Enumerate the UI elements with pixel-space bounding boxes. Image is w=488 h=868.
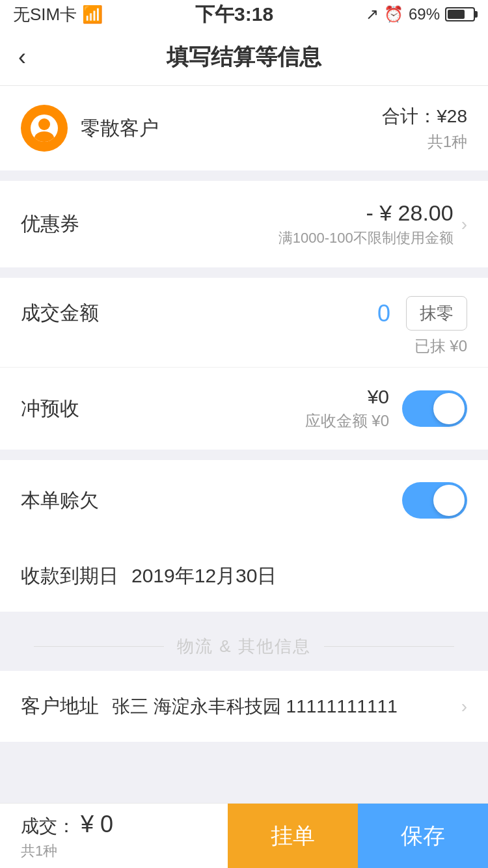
debt-section: 本单赊欠 收款到期日 2019年12月30日 — [0, 460, 488, 612]
bottom-summary: 成交： ¥ 0 共1种 — [0, 811, 228, 861]
save-button[interactable]: 保存 — [358, 804, 488, 869]
due-date-label: 收款到期日 — [21, 563, 118, 590]
divider-line-right — [324, 646, 454, 647]
bottom-deal-label: 成交： — [21, 814, 75, 839]
alarm-icon: ⏰ — [384, 5, 403, 23]
logistics-line: 物流 & 其他信息 — [0, 635, 488, 658]
battery-text: 69% — [409, 5, 440, 23]
address-row[interactable]: 客户地址 张三 海淀永丰科技园 11111111111 › — [0, 671, 488, 742]
debt-toggle-knob — [433, 485, 465, 516]
wifi-icon: 📶 — [82, 5, 103, 25]
back-button[interactable]: ‹ — [18, 44, 26, 71]
status-left: 无SIM卡 📶 — [13, 3, 103, 26]
deal-subtext: 已抹 ¥0 — [21, 336, 467, 357]
prepay-row: 冲预收 ¥0 应收金额 ¥0 — [0, 368, 488, 450]
total-count: 共1种 — [382, 131, 467, 152]
deal-prepay-section: 成交金额 抹零 已抹 ¥0 冲预收 ¥0 应收金额 ¥0 — [0, 278, 488, 450]
address-chevron-icon: › — [461, 696, 467, 717]
customer-section: 零散客户 合计：¥28 共1种 — [0, 86, 488, 170]
prepay-toggle[interactable] — [402, 390, 467, 427]
deal-amount-input[interactable] — [312, 300, 390, 327]
customer-name: 零散客户 — [81, 115, 159, 142]
avatar-icon — [31, 115, 58, 142]
address-left: 客户地址 张三 海淀永丰科技园 11111111111 — [21, 693, 398, 720]
deal-label: 成交金额 — [21, 300, 99, 327]
due-date-row: 收款到期日 2019年12月30日 — [0, 541, 488, 612]
bottom-deal-price: ¥ 0 — [81, 811, 113, 838]
chevron-right-icon: › — [461, 214, 467, 235]
address-label: 客户地址 — [21, 693, 99, 720]
debt-toggle[interactable] — [402, 482, 467, 519]
prepay-value: ¥0 — [305, 386, 389, 408]
logistics-divider: 物流 & 其他信息 — [0, 622, 488, 671]
due-date-value: 2019年12月30日 — [131, 563, 277, 590]
prepay-subtext: 应收金额 ¥0 — [305, 411, 389, 431]
deal-top: 成交金额 抹零 — [21, 296, 467, 331]
coupon-value-area: - ¥ 28.00 满1000-100不限制使用金额 › — [278, 200, 467, 248]
status-time: 下午3:18 — [195, 1, 273, 28]
nav-bar: ‹ 填写结算等信息 — [0, 29, 488, 86]
prepay-right: ¥0 应收金额 ¥0 — [305, 386, 467, 431]
battery-icon — [445, 7, 475, 21]
bottom-deal-row: 成交： ¥ 0 — [21, 811, 207, 839]
status-right: ↗ ⏰ 69% — [366, 5, 475, 23]
debt-label: 本单赊欠 — [21, 487, 99, 514]
prepay-amount: ¥0 应收金额 ¥0 — [305, 386, 389, 431]
prepay-label: 冲预收 — [21, 396, 79, 422]
deal-amount-row: 成交金额 抹零 已抹 ¥0 — [0, 278, 488, 368]
bottom-count: 共1种 — [21, 841, 207, 861]
bottom-bar: 成交： ¥ 0 共1种 挂单 保存 — [0, 803, 488, 868]
coupon-section: 优惠券 - ¥ 28.00 满1000-100不限制使用金额 › — [0, 181, 488, 267]
total-price: 合计：¥28 — [382, 104, 467, 129]
avatar — [21, 105, 68, 152]
customer-row: 零散客户 合计：¥28 共1种 — [0, 86, 488, 170]
prepay-toggle-knob — [433, 393, 465, 424]
coupon-label: 优惠券 — [21, 211, 79, 237]
status-bar: 无SIM卡 📶 下午3:18 ↗ ⏰ 69% — [0, 0, 488, 29]
battery-fill — [448, 10, 465, 19]
debt-row: 本单赊欠 — [0, 460, 488, 541]
logistics-label: 物流 & 其他信息 — [177, 635, 311, 658]
location-icon: ↗ — [366, 5, 379, 23]
round-zero-button[interactable]: 抹零 — [406, 296, 467, 331]
address-section: 客户地址 张三 海淀永丰科技园 11111111111 › — [0, 671, 488, 742]
prepay-top: 冲预收 ¥0 应收金额 ¥0 — [21, 386, 467, 431]
coupon-row[interactable]: 优惠券 - ¥ 28.00 满1000-100不限制使用金额 › — [0, 181, 488, 267]
address-value: 张三 海淀永丰科技园 11111111111 — [112, 694, 398, 719]
hold-button[interactable]: 挂单 — [228, 804, 358, 869]
divider-line-left — [34, 646, 164, 647]
page-title: 填写结算等信息 — [167, 42, 321, 72]
coupon-value: - ¥ 28.00 — [278, 200, 454, 226]
carrier-text: 无SIM卡 — [13, 3, 77, 26]
customer-right: 合计：¥28 共1种 — [382, 104, 467, 152]
customer-left: 零散客户 — [21, 105, 159, 152]
coupon-subtext: 满1000-100不限制使用金额 — [278, 228, 454, 248]
